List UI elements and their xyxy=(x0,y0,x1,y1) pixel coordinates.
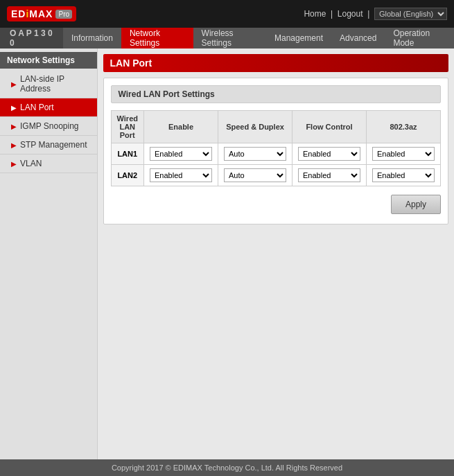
sidebar-item-lan-port-label: LAN Port xyxy=(20,103,54,112)
lan2-flow-select[interactable]: Enabled Disabled xyxy=(298,168,360,182)
nav-wireless-settings[interactable]: Wireless Settings xyxy=(193,28,266,49)
navbar: O A P 1 3 0 0 Information Network Settin… xyxy=(0,28,454,49)
col-flow-control: Flow Control xyxy=(293,111,367,143)
lan1-enable-cell: Enabled Disabled xyxy=(144,143,218,165)
footer: Copyright 2017 © EDIMAX Technology Co., … xyxy=(0,459,454,476)
lan2-speed-select[interactable]: Auto 10M Half 10M Full 100M Half 100M Fu… xyxy=(224,168,286,182)
home-link[interactable]: Home xyxy=(304,9,326,19)
sidebar-item-lan-ip[interactable]: ▶ LAN-side IP Address xyxy=(0,70,97,98)
content: LAN Port Wired LAN Port Settings Wired L… xyxy=(98,49,454,471)
header-links: Home | Logout | Global (English) xyxy=(304,8,447,20)
table-row: LAN1 Enabled Disabled Auto 10M Half xyxy=(111,143,440,165)
panel-title: Wired LAN Port Settings xyxy=(111,85,441,103)
lan1-flow-cell: Enabled Disabled xyxy=(293,143,367,165)
col-wired-lan-port: Wired LAN Port xyxy=(111,111,143,143)
lan1-flow-select[interactable]: Enabled Disabled xyxy=(298,147,360,161)
lan1-port-label: LAN1 xyxy=(111,143,143,165)
arrow-icon-stp: ▶ xyxy=(11,141,17,149)
sidebar-item-stp[interactable]: ▶ STP Management xyxy=(0,136,97,155)
lan-port-table: Wired LAN Port Enable Speed & Duplex Flo… xyxy=(111,110,441,186)
sidebar-item-lan-port[interactable]: ▶ LAN Port xyxy=(0,98,97,117)
sidebar: Network Settings ▶ LAN-side IP Address ▶… xyxy=(0,49,98,471)
nav-network-settings[interactable]: Network Settings xyxy=(121,28,193,49)
logo-area: EDiMAX Pro xyxy=(7,6,76,21)
lan2-enable-select[interactable]: Enabled Disabled xyxy=(150,168,212,182)
lan1-speed-cell: Auto 10M Half 10M Full 100M Half 100M Fu… xyxy=(218,143,293,165)
lan2-speed-cell: Auto 10M Half 10M Full 100M Half 100M Fu… xyxy=(218,165,293,186)
col-enable: Enable xyxy=(144,111,218,143)
lan2-flow-cell: Enabled Disabled xyxy=(293,165,367,186)
lan2-enable-cell: Enabled Disabled xyxy=(144,165,218,186)
logout-link[interactable]: Logout xyxy=(338,9,363,19)
sidebar-item-igmp[interactable]: ▶ IGMP Snooping xyxy=(0,117,97,136)
col-speed-duplex: Speed & Duplex xyxy=(218,111,293,143)
nav-advanced[interactable]: Advanced xyxy=(331,28,385,49)
language-select[interactable]: Global (English) xyxy=(374,8,447,20)
sidebar-item-lan-ip-label: LAN-side IP Address xyxy=(20,74,90,94)
lan2-port-label: LAN2 xyxy=(111,165,143,186)
arrow-icon-active: ▶ xyxy=(11,104,17,112)
nav-operation-mode[interactable]: Operation Mode xyxy=(385,28,454,49)
footer-text: Copyright 2017 © EDIMAX Technology Co., … xyxy=(112,464,342,472)
apply-button[interactable]: Apply xyxy=(391,195,441,214)
lan1-az-select[interactable]: Enabled Disabled xyxy=(372,147,435,161)
sidebar-item-vlan[interactable]: ▶ VLAN xyxy=(0,155,97,173)
table-row: LAN2 Enabled Disabled Auto 10M Half xyxy=(111,165,440,186)
logo-pro: Pro xyxy=(55,10,72,19)
lan1-enable-select[interactable]: Enabled Disabled xyxy=(150,147,212,161)
page-title: LAN Port xyxy=(103,54,448,72)
arrow-icon-igmp: ▶ xyxy=(11,123,17,130)
lan1-az-cell: Enabled Disabled xyxy=(367,143,441,165)
sidebar-section-title: Network Settings xyxy=(0,52,97,69)
arrow-icon: ▶ xyxy=(11,80,17,88)
nav-management[interactable]: Management xyxy=(266,28,331,49)
sidebar-item-stp-label: STP Management xyxy=(20,140,87,150)
main: Network Settings ▶ LAN-side IP Address ▶… xyxy=(0,49,454,471)
logo-text: EDiMAX xyxy=(11,8,53,19)
logo: EDiMAX Pro xyxy=(7,6,76,21)
header: EDiMAX Pro Home | Logout | Global (Engli… xyxy=(0,0,454,28)
col-802az: 802.3az xyxy=(367,111,441,143)
sidebar-item-vlan-label: VLAN xyxy=(20,159,42,168)
nav-information[interactable]: Information xyxy=(63,28,121,49)
content-panel: Wired LAN Port Settings Wired LAN Port E… xyxy=(103,78,448,224)
sidebar-item-igmp-label: IGMP Snooping xyxy=(20,121,79,131)
lan2-az-cell: Enabled Disabled xyxy=(367,165,441,186)
lan2-az-select[interactable]: Enabled Disabled xyxy=(372,168,435,182)
lan1-speed-select[interactable]: Auto 10M Half 10M Full 100M Half 100M Fu… xyxy=(224,147,286,161)
arrow-icon-vlan: ▶ xyxy=(11,160,17,168)
device-name: O A P 1 3 0 0 xyxy=(0,28,63,49)
